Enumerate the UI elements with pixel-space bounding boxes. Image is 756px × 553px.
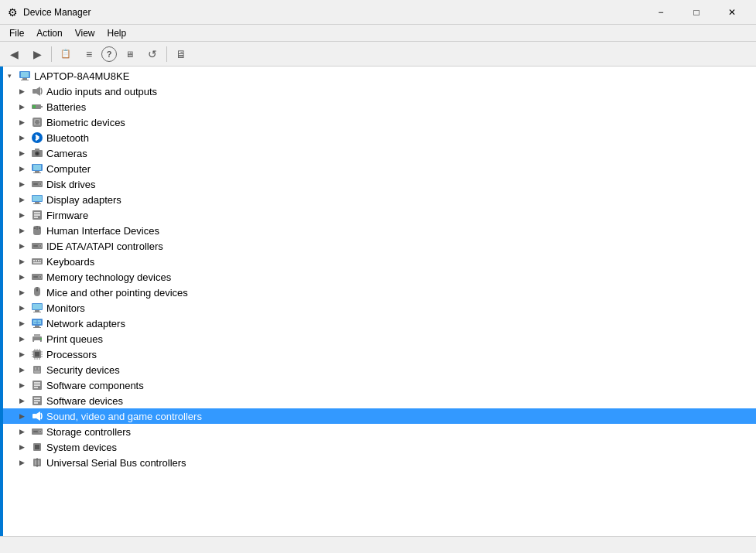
display-icon [31,193,43,206]
svg-rect-45 [36,260,37,261]
tree-item-biometric[interactable]: ▶ Biometric devices [3,114,756,130]
back-button[interactable]: ◀ [3,44,25,64]
hid-expand[interactable]: ▶ [15,224,28,237]
tree-item-storage[interactable]: ▶ Storage controllers [3,424,756,439]
svg-rect-30 [33,203,41,204]
system-label: System devices [46,442,117,453]
storage-expand[interactable]: ▶ [15,425,28,438]
computer-button[interactable]: 🖥 [170,44,192,64]
refresh-button[interactable]: ↺ [142,44,163,64]
system-expand[interactable]: ▶ [15,441,28,453]
svg-rect-63 [33,327,41,328]
forward-button[interactable]: ▶ [26,44,48,64]
keyboards-icon [31,255,43,268]
keyboards-label: Keyboards [46,256,94,268]
network-expand[interactable]: ▶ [15,317,28,329]
svg-point-37 [34,227,36,229]
mice-expand[interactable]: ▶ [15,286,28,299]
tree-item-print[interactable]: ▶ Print queues [3,331,756,346]
svg-rect-32 [34,212,40,213]
disk-expand[interactable]: ▶ [15,178,28,190]
maximize-button[interactable]: □ [679,0,714,25]
tree-item-processors[interactable]: ▶ Proces [3,346,756,362]
title-bar-text: Device Manager [23,7,643,18]
minimize-button[interactable]: − [643,0,679,25]
menu-file[interactable]: File [3,25,30,42]
svg-point-100 [39,431,41,432]
computer-label: Computer [46,163,91,175]
svg-rect-96 [32,414,36,418]
keyboards-expand[interactable]: ▶ [15,255,28,268]
tree-item-sw-devices[interactable]: ▶ Software devices [3,393,756,408]
tree-item-hid[interactable]: ▶ Human Interface Devices [3,223,756,238]
menu-view[interactable]: View [69,25,101,42]
tree-item-bluetooth[interactable]: ▶ Bluetooth [3,130,756,145]
main-content: ▾ LAPTOP-8A4MU8KE ▶ [0,67,756,536]
tree-item-security[interactable]: ▶ Security devices [3,362,756,377]
svg-rect-34 [34,217,38,218]
monitors-label: Monitors [46,302,85,314]
help-button[interactable]: ? [101,46,117,62]
root-expand-icon[interactable]: ▾ [3,70,15,82]
cameras-expand[interactable]: ▶ [15,147,28,159]
sound-expand[interactable]: ▶ [15,410,28,422]
tree-item-system[interactable]: ▶ System devices [3,439,756,455]
tree-item-keyboards[interactable]: ▶ Keyboards [3,254,756,269]
monitors-expand[interactable]: ▶ [15,302,28,314]
sound-icon [31,410,43,422]
memory-icon [31,271,43,283]
tree-item-ide[interactable]: ▶ IDE ATA/ATAPI controllers [3,238,756,254]
list-button[interactable]: ≡ [78,44,100,64]
tree-item-display[interactable]: ▶ Display adapters [3,192,756,207]
svg-point-17 [36,152,39,155]
tree-item-computer[interactable]: ▶ Computer [3,161,756,176]
tree-item-disk[interactable]: ▶ Disk drives [3,176,756,192]
tree-item-mice[interactable]: ▶ Mice and other pointing devices [3,285,756,300]
tree-item-sw-components[interactable]: ▶ Software components [3,377,756,393]
svg-rect-29 [35,202,39,203]
toolbar-sep-2 [166,46,167,62]
bluetooth-expand[interactable]: ▶ [15,131,28,144]
svg-rect-101 [33,431,38,432]
sw-components-expand[interactable]: ▶ [15,379,28,391]
svg-rect-3 [21,80,29,80]
ide-expand[interactable]: ▶ [15,240,28,252]
svg-point-51 [39,276,41,278]
tree-item-cameras[interactable]: ▶ Cameras [3,145,756,161]
tree-item-batteries[interactable]: ▶ Batteries [3,99,756,114]
batteries-expand[interactable]: ▶ [15,101,28,113]
title-bar: ⚙ Device Manager − □ ✕ [0,0,756,25]
print-expand[interactable]: ▶ [15,333,28,345]
properties2-button[interactable]: 🖥 [118,44,140,64]
tree-item-audio[interactable]: ▶ Audio inputs and outputs [3,84,756,99]
audio-expand[interactable]: ▶ [15,85,28,97]
tree-item-firmware[interactable]: ▶ Firmware [3,207,756,223]
svg-rect-62 [35,326,39,327]
sw-devices-expand[interactable]: ▶ [15,394,28,407]
security-expand[interactable]: ▶ [15,364,28,376]
tree-item-memory[interactable]: ▶ Memory technology devices [3,269,756,285]
display-expand[interactable]: ▶ [15,193,28,206]
audio-icon [31,85,43,97]
svg-point-25 [39,183,41,185]
tree-item-sound[interactable]: ▶ Sound, video and game controllers [3,408,756,424]
tree-panel[interactable]: ▾ LAPTOP-8A4MU8KE ▶ [3,67,756,536]
computer-expand[interactable]: ▶ [15,162,28,175]
memory-expand[interactable]: ▶ [15,271,28,283]
tree-root[interactable]: ▾ LAPTOP-8A4MU8KE [3,68,756,84]
tree-item-network[interactable]: ▶ Network adapters [3,316,756,331]
tree-item-usb[interactable]: ▶ Universal Serial Bus controllers [3,455,756,470]
usb-expand[interactable]: ▶ [15,456,28,469]
firmware-expand[interactable]: ▶ [15,209,28,221]
menu-action[interactable]: Action [30,25,68,42]
tree-item-monitors[interactable]: ▶ Monitors [3,300,756,316]
svg-rect-7 [41,106,43,108]
close-button[interactable]: ✕ [714,0,750,25]
menu-help[interactable]: Help [101,25,133,42]
svg-point-41 [39,245,41,247]
processors-expand[interactable]: ▶ [15,348,28,360]
svg-rect-59 [33,312,41,312]
biometric-expand[interactable]: ▶ [15,116,28,128]
svg-point-38 [39,227,40,229]
show-properties-button[interactable]: 📋 [55,44,77,64]
